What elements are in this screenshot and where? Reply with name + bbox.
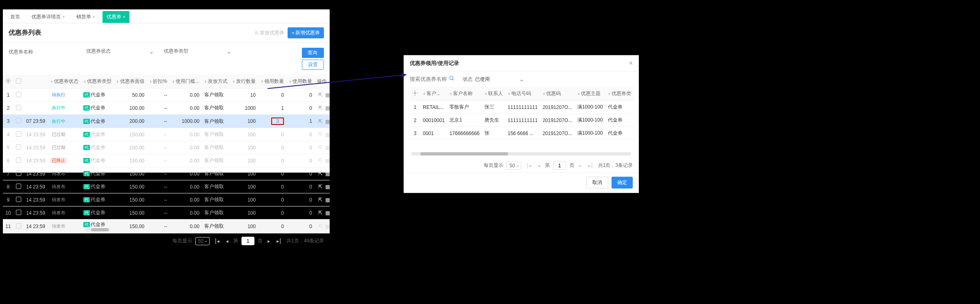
open-icon[interactable]: ⇱ [318,92,323,98]
first-page-icon[interactable]: ⎮◂ [213,238,221,244]
search-input[interactable] [410,76,446,82]
tab-3[interactable]: 优惠券× [103,11,129,23]
table-row[interactable]: 1 待执行 代代金券 50.00 -- 0.00 客户领取 10 0 0 ⇱▦ [3,89,330,102]
column-header[interactable]: ▲▼折扣% [147,75,170,89]
checkbox[interactable] [16,197,21,202]
table-row[interactable]: 3 0001 17666666666 张 156 6666 ... 201912… [410,127,634,140]
modal-per-page-select[interactable]: 50 [507,162,521,170]
close-icon[interactable]: × [629,60,633,67]
column-header[interactable]: ▲▼使用门槛... [170,75,202,89]
checkbox[interactable] [16,105,21,110]
table-row[interactable]: 3 07 23:59 执行中 代代金券 200.00 -- 1000.00 客户… [3,115,330,128]
column-header[interactable] [410,87,420,101]
modal-scrollbar[interactable] [411,152,631,155]
column-header[interactable] [3,75,13,89]
gear-icon[interactable] [5,78,11,84]
tab-2[interactable]: 销货单× [72,11,99,23]
table-row[interactable]: 10 14 23:59 待发布 代代金券 150.00 -- 0.00 客户领取… [3,206,330,220]
last-page-icon[interactable]: ▸⎮ [275,238,283,244]
search-icon[interactable] [449,75,455,82]
qr-icon[interactable]: ▦ [325,158,330,164]
column-header[interactable]: 操作 [315,75,330,89]
column-header[interactable] [24,75,48,89]
open-icon[interactable]: ⇱ [318,105,323,111]
qr-icon[interactable]: ▦ [325,197,330,203]
open-icon[interactable]: ⇱ [318,171,323,177]
gear-icon[interactable] [412,90,418,96]
open-icon[interactable]: ⇱ [318,158,323,164]
query-button[interactable]: 查询 [302,48,324,58]
table-row[interactable]: 4 14 23:59 已过期 代代金券 150.00 -- 0.00 客户领取 … [3,128,330,141]
qr-icon[interactable]: ▦ [325,171,330,177]
table-scrollbar[interactable] [85,228,110,231]
open-icon[interactable]: ⇱ [318,184,323,190]
column-header[interactable]: ▲▼优惠券面值 [114,75,147,89]
first-page-icon[interactable]: ⎮◂ [525,163,533,169]
tab-0[interactable]: 首页 [6,11,24,23]
table-row[interactable]: 7 14 23:59 待发布 代代金券 150.00 -- 0.00 客户领取 … [3,167,330,180]
table-row[interactable]: 2 执行中 代代金券 100.00 -- 0.00 客户领取 1000 1 0 … [3,102,330,115]
column-header[interactable]: ▲▼优惠券状态 [48,75,81,89]
filter-type-select[interactable]: ⌄ [191,48,232,55]
checkbox[interactable] [16,92,21,97]
column-header[interactable]: ▲▼领用数量 [258,75,286,89]
close-icon[interactable]: × [63,15,65,19]
open-icon[interactable]: ⇱ [318,144,323,151]
qr-icon[interactable]: ▦ [325,105,330,111]
open-icon[interactable]: ⇱ [318,118,323,124]
open-icon[interactable]: ⇱ [318,223,323,229]
qr-icon[interactable]: ▦ [325,92,330,98]
checkbox[interactable] [16,158,21,163]
column-header[interactable]: ▲▼联系人 [482,87,505,101]
settings-button[interactable]: 设置 [302,60,324,70]
column-header[interactable]: ▲▼优惠券类型 [81,75,114,89]
table-row[interactable]: 8 14 23:59 待发布 代代金券 150.00 -- 0.00 客户领取 … [3,180,330,193]
prev-page-icon[interactable]: ◂ [224,238,230,244]
qr-icon[interactable]: ▦ [325,223,330,229]
table-row[interactable]: 9 14 23:59 待发布 代代金券 150.00 -- 0.00 客户领取 … [3,193,330,206]
next-page-icon[interactable]: ▸ [578,163,583,169]
checkbox[interactable] [16,223,21,229]
table-row[interactable]: 1 RETAIL... 零散客户 张三 11111111111 20191207… [410,101,634,114]
table-row[interactable]: 6 14 23:59 已终止 代代金券 150.00 -- 0.00 客户领取 … [3,154,330,167]
claimed-link[interactable]: 3 [271,118,284,125]
page-input[interactable] [241,237,254,245]
cancel-button[interactable]: 取消 [586,177,608,189]
column-header[interactable]: ▲▼优惠主题 [575,87,605,101]
checkbox[interactable] [16,144,21,150]
confirm-button[interactable]: 确定 [612,177,633,189]
per-page-select[interactable]: 50 [195,237,210,245]
qr-icon[interactable]: ▦ [325,210,330,216]
column-header[interactable]: ▲▼优惠码 [540,87,575,101]
open-icon[interactable]: ⇱ [318,131,323,138]
filter-status-select[interactable]: ⌄ [113,48,154,55]
modal-page-input[interactable] [553,161,566,170]
table-row[interactable]: 11 14 23:59 待发布 代代金券 150.00 -- 0.00 客户领取… [3,220,330,233]
column-header[interactable] [13,75,24,89]
checkbox[interactable] [16,118,21,123]
checkbox[interactable] [16,210,21,215]
column-header[interactable]: ▲▼发行数量 [230,75,258,89]
checkbox[interactable] [16,171,21,176]
modal-status-select[interactable]: 已使用 ⌄ [475,76,524,83]
close-icon[interactable]: × [123,15,125,19]
checkbox-all[interactable] [16,78,21,84]
column-header[interactable]: ▲▼客户名称 [447,87,482,101]
column-header[interactable]: ▲▼电话号码 [505,87,540,101]
close-icon[interactable]: × [93,15,95,19]
qr-icon[interactable]: ▦ [325,118,330,124]
qr-icon[interactable]: ▦ [325,131,330,138]
tab-1[interactable]: 优惠券详情页× [27,11,69,23]
open-icon[interactable]: ⇱ [318,197,323,203]
column-header[interactable]: ▲▼客户... [420,87,447,101]
prev-page-icon[interactable]: ◂ [536,163,542,169]
column-header[interactable]: ▲▼发放方式 [202,75,230,89]
checkbox[interactable] [16,131,21,137]
open-icon[interactable]: ⇱ [318,210,323,216]
table-row[interactable]: 2 00010001 北京1 唐先生 11111111111 20191207O… [410,114,634,127]
filter-name-input[interactable] [36,48,76,56]
table-row[interactable]: 5 14 23:59 已过期 代代金券 150.00 -- 0.00 客户领取 … [3,141,330,154]
add-coupon-button[interactable]: + 新增优惠券 [288,27,324,38]
column-header[interactable]: ▲▼优惠券类 [605,87,634,101]
next-page-icon[interactable]: ▸ [266,238,272,244]
